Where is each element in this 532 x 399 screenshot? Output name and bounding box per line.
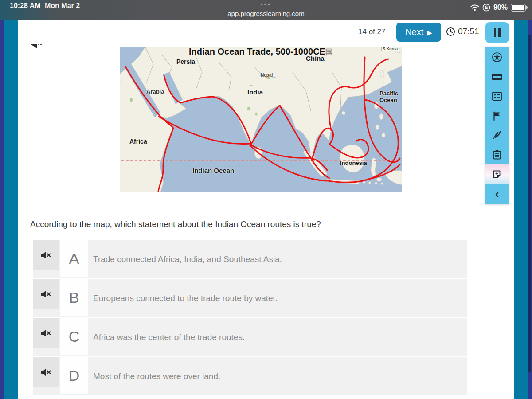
map-label-s-korea: S Korea — [381, 47, 399, 51]
answer-options: A Trade connected Africa, India, and Sou… — [33, 240, 467, 396]
battery-icon — [511, 4, 526, 12]
highlighter-slash-icon — [492, 131, 502, 140]
map-label-persia: Persia — [176, 58, 195, 65]
mute-audio-button[interactable] — [33, 357, 59, 387]
muted-speaker-icon — [41, 251, 51, 259]
play-arrow-icon: ▶ — [427, 29, 432, 37]
answer-row-b[interactable]: B Europeans connected to the trade route… — [33, 279, 467, 317]
map-label-indian-ocean: Indian Ocean — [192, 167, 234, 174]
muted-speaker-icon — [41, 368, 51, 376]
accessibility-icon — [492, 52, 502, 63]
map-label-china: China — [306, 55, 325, 62]
accessibility-tool-button[interactable] — [485, 47, 509, 67]
timer-value: 07:51 — [458, 27, 479, 36]
highlighter-off-button[interactable] — [485, 125, 509, 145]
page-border-left-outer — [0, 20, 4, 399]
clock-icon — [446, 27, 455, 36]
reference-sheet-button[interactable] — [485, 86, 509, 106]
answer-row-c[interactable]: C Africa was the center of the trade rou… — [33, 318, 467, 356]
address-bar-url[interactable]: app.progresslearning.com — [0, 10, 532, 17]
scrollbar-thumb[interactable] — [528, 35, 531, 372]
next-button[interactable]: Next ▶ — [396, 23, 441, 42]
add-note-icon — [493, 170, 502, 179]
tab-overview-dots[interactable]: ••• — [0, 0, 532, 8]
wifi-icon — [470, 4, 479, 11]
status-bar: 10:28 AM Mon Mar 2 ••• app.progresslearn… — [0, 0, 532, 20]
battery-percent: 90% — [493, 4, 508, 12]
status-indicators: 90% — [470, 2, 526, 13]
answer-text: Africa was the center of the trade route… — [93, 318, 462, 356]
page-border-left — [4, 20, 18, 399]
map-label-arabia: Arabia — [146, 88, 164, 95]
clipboard-icon — [493, 150, 501, 160]
timer: 07:51 — [446, 27, 479, 36]
screen: 10:28 AM Mon Mar 2 ••• app.progresslearn… — [0, 0, 532, 399]
mute-audio-button[interactable] — [33, 318, 59, 348]
form-list-icon — [492, 92, 502, 101]
mute-audio-button[interactable] — [33, 240, 59, 270]
mute-audio-button[interactable] — [33, 279, 59, 309]
trade-routes-map: Indian Ocean Trade, 500-1000CE国 t Persia… — [120, 47, 402, 192]
next-button-label: Next — [405, 27, 423, 37]
muted-speaker-icon — [41, 329, 51, 337]
answer-text: Europeans connected to the trade route b… — [93, 279, 462, 317]
collapse-sidebar-button[interactable]: ‹ — [485, 184, 509, 203]
flag-question-button[interactable] — [485, 106, 509, 125]
answer-letter: D — [60, 357, 88, 394]
answer-text: Most of the routes were over land. — [93, 357, 462, 395]
map-graphic — [120, 47, 402, 192]
notepad-button[interactable] — [485, 145, 509, 164]
map-title: Indian Ocean Trade, 500-1000CE国 — [120, 47, 402, 57]
flag-icon — [493, 111, 501, 121]
question-progress: 14 of 27 — [358, 27, 387, 36]
answer-eliminator-button[interactable] — [485, 67, 509, 86]
map-label-indonesia: Indonesia — [340, 160, 367, 166]
tools-sidebar: ‹ — [485, 47, 509, 204]
map-label-africa: Africa — [129, 138, 147, 145]
map-cjk-label: 国 — [325, 48, 333, 56]
answer-letter: A — [60, 240, 88, 277]
map-label-cutoff: t — [120, 79, 120, 86]
page-border-right — [514, 20, 528, 399]
rotation-lock-icon — [482, 4, 490, 12]
muted-speaker-icon — [41, 290, 51, 298]
question-text: According to the map, which statement ab… — [30, 219, 473, 229]
pause-button[interactable] — [485, 22, 509, 43]
corner-artifact-icon — [30, 44, 42, 49]
pause-icon — [494, 28, 496, 37]
chevron-left-icon: ‹ — [495, 189, 499, 198]
answer-text: Trade connected Africa, India, and South… — [93, 240, 462, 278]
strike-rectangle-icon — [492, 73, 502, 81]
map-label-india: India — [247, 88, 263, 96]
answer-letter: C — [60, 318, 88, 355]
answer-row-d[interactable]: D Most of the routes were over land. — [33, 357, 467, 395]
answer-row-a[interactable]: A Trade connected Africa, India, and Sou… — [33, 240, 467, 278]
answer-letter: B — [60, 279, 88, 316]
map-label-nepal: Nepal — [261, 73, 273, 78]
map-label-pacific-ocean: Pacific Ocean — [379, 90, 398, 103]
add-note-button[interactable] — [485, 164, 509, 184]
